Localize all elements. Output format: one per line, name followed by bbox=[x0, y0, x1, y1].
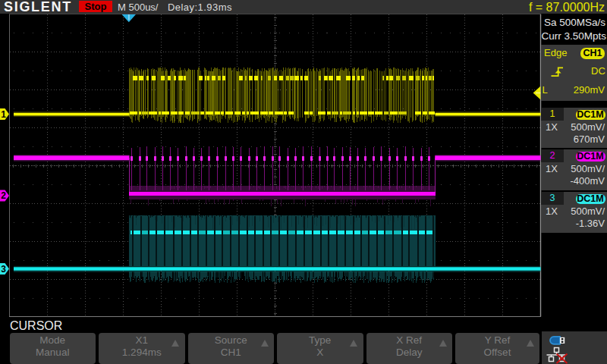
svg-text:3: 3 bbox=[1, 264, 6, 275]
svg-text:2: 2 bbox=[1, 190, 6, 201]
svg-text:1: 1 bbox=[1, 109, 6, 120]
